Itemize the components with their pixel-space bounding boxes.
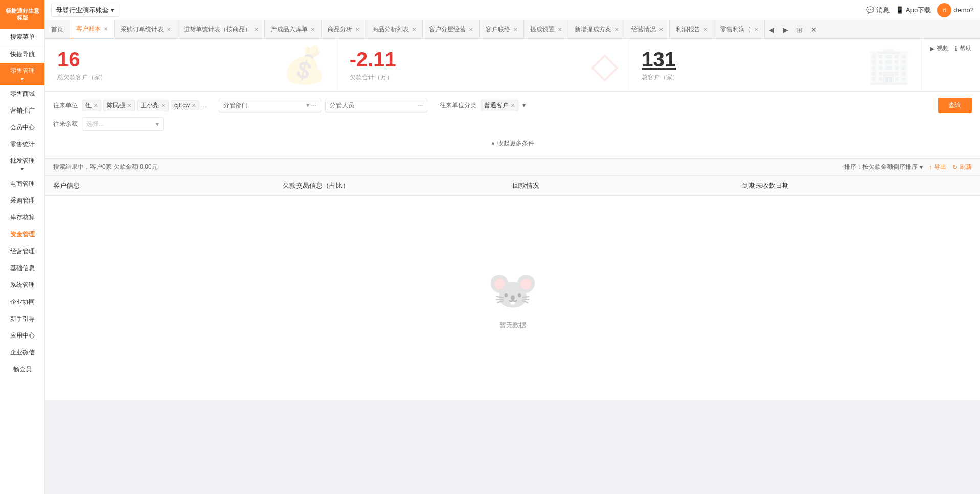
tab-scroll-left[interactable]: ◀: [765, 20, 779, 39]
tab-goods-analysis[interactable]: 商品分析 ✕: [322, 20, 366, 39]
tab-scroll-right[interactable]: ▶: [779, 20, 792, 39]
sidebar-item-quick-nav[interactable]: 快捷导航: [0, 46, 44, 63]
sidebar-item-purchase[interactable]: 采购管理: [0, 192, 44, 209]
tab-customers-close[interactable]: ✕: [104, 26, 108, 32]
tab-customer-contact[interactable]: 客户联络 ✕: [480, 20, 524, 39]
collapse-up-icon: ∧: [491, 140, 495, 147]
sidebar-item-new-user[interactable]: 新手引导: [0, 310, 44, 327]
stat-card-total-customers: 131 总客户（家） 🏢: [629, 39, 922, 91]
collapse-row: ∧ 收起更多条件: [53, 135, 972, 152]
stat-card-owing-amount: -2.11 欠款合计（万） ◇: [337, 39, 630, 91]
refresh-label: 刷新: [960, 163, 972, 171]
tab-business-status-close[interactable]: ✕: [659, 27, 663, 32]
tab-customer-contact-close[interactable]: ✕: [513, 27, 517, 32]
query-button[interactable]: 查询: [938, 98, 972, 113]
sidebar-item-enterprise-collab[interactable]: 企业协同: [0, 294, 44, 310]
messages-button[interactable]: 💬 消息: [866, 6, 890, 15]
refresh-button[interactable]: ↻ 刷新: [952, 163, 972, 171]
account-selector[interactable]: 母婴行业演示账套 ▾: [51, 4, 119, 17]
sidebar-item-ecommerce[interactable]: 电商管理: [0, 175, 44, 192]
filter-tag-3-close[interactable]: ✕: [192, 103, 196, 108]
sidebar-item-operations[interactable]: 经营管理: [0, 243, 44, 260]
sidebar-item-wholesale[interactable]: 批发管理 ▾: [0, 153, 44, 175]
sidebar-item-enterprise-wechat[interactable]: 企业微信: [0, 344, 44, 361]
tab-home[interactable]: 首页: [45, 20, 70, 39]
tab-customer-segment[interactable]: 客户分层经营 ✕: [423, 20, 480, 39]
sidebar-item-retail-mall[interactable]: 零售商城: [0, 85, 44, 102]
sidebar-item-retail-stats[interactable]: 零售统计: [0, 136, 44, 153]
search-results-bar: 搜索结果中，客户0家 欠款金额 0.00元 排序：按欠款金额倒序排序 ▾ ↑ 导…: [45, 159, 980, 176]
export-button[interactable]: ↑ 导出: [929, 163, 946, 171]
user-menu[interactable]: d demo2: [937, 3, 974, 17]
filter-tags-more[interactable]: ...: [201, 102, 207, 109]
tab-goods-analysis-list[interactable]: 商品分析列表 ✕: [366, 20, 423, 39]
sidebar-item-wholesale-label: 批发管理: [10, 156, 35, 165]
filter-tag-1-close[interactable]: ✕: [127, 103, 131, 108]
tab-inbound-stats[interactable]: 进货单统计表（按商品） ✕: [177, 20, 265, 39]
dept-select[interactable]: 分管部门 ▾ ···: [219, 99, 321, 113]
tab-goods-analysis-list-close[interactable]: ✕: [412, 27, 416, 32]
tab-retail-profit-close[interactable]: ✕: [754, 27, 758, 32]
filter-tag-2-close[interactable]: ✕: [161, 103, 165, 108]
sidebar-item-retail[interactable]: 零售管理 ▾: [0, 63, 44, 85]
dept-label: 分管部门: [223, 101, 248, 110]
tab-promotion-settings-close[interactable]: ✕: [558, 27, 562, 32]
sidebar-item-app-center[interactable]: 应用中心: [0, 327, 44, 344]
filter-tag-0: 伍 ✕: [82, 100, 101, 111]
stat-icon-building: 🏢: [867, 44, 911, 86]
sidebar-item-inventory[interactable]: 库存核算: [0, 209, 44, 226]
sidebar-item-member[interactable]: 会员中心: [0, 119, 44, 136]
app-download-button[interactable]: 📱 App下载: [896, 6, 931, 15]
tab-inbound-stats-close[interactable]: ✕: [254, 27, 258, 32]
tab-product-inbound[interactable]: 产成品入库单 ✕: [265, 20, 322, 39]
tab-retail-profit[interactable]: 零售利润（ ✕: [714, 20, 765, 39]
collapse-button[interactable]: ∧ 收起更多条件: [485, 137, 540, 150]
main-content: 母婴行业演示账套 ▾ 💬 消息 📱 App下载 d demo2 首页 客户账本 …: [45, 0, 980, 494]
tab-profit-report[interactable]: 利润报告 ✕: [670, 20, 714, 39]
category-tag-close[interactable]: ✕: [511, 103, 515, 108]
filter-tag-3: cjttcw ✕: [171, 100, 199, 110]
tab-purchase-orders[interactable]: 采购订单统计表 ✕: [115, 20, 177, 39]
tab-business-status[interactable]: 经营情况 ✕: [625, 20, 670, 39]
sidebar-item-finance[interactable]: 资金管理: [0, 226, 44, 243]
tab-promotion-settings[interactable]: 提成设置 ✕: [524, 20, 568, 39]
stat-card2-value: -2.11: [350, 48, 396, 71]
sidebar-item-basic-info[interactable]: 基础信息: [0, 260, 44, 277]
sidebar-item-search[interactable]: 搜索菜单: [0, 29, 44, 46]
collapse-label: 收起更多条件: [497, 139, 534, 148]
tab-new-promotion-plan-close[interactable]: ✕: [614, 27, 619, 32]
remaining-chevron-icon: ▾: [156, 121, 159, 128]
tab-expand-all[interactable]: ⊞: [792, 20, 807, 39]
video-button[interactable]: ▶ 视频: [930, 44, 949, 53]
tab-new-promotion-plan[interactable]: 新增提成方案 ✕: [568, 20, 625, 39]
tab-goods-analysis-close[interactable]: ✕: [355, 27, 359, 32]
tab-home-label: 首页: [51, 25, 63, 34]
sidebar-item-vip-member[interactable]: 畅会员: [0, 361, 44, 378]
help-button[interactable]: ℹ 帮助: [955, 44, 972, 53]
category-select-arrow[interactable]: ▾: [520, 101, 533, 110]
tab-product-inbound-close[interactable]: ✕: [311, 27, 315, 32]
tab-profit-report-close[interactable]: ✕: [703, 27, 708, 32]
sidebar-item-system[interactable]: 系统管理: [0, 277, 44, 294]
category-tag-label: 普通客户: [484, 101, 509, 110]
tab-new-promotion-plan-label: 新增提成方案: [575, 25, 611, 34]
empty-illustration: 🐭: [487, 266, 538, 315]
sort-button[interactable]: 排序：按欠款金额倒序排序 ▾: [844, 163, 923, 171]
filter-tag-1: 陈民强 ✕: [103, 100, 135, 111]
filter-row-1: 往来单位 伍 ✕ 陈民强 ✕ 王小亮 ✕ cjttcw: [53, 98, 972, 113]
tab-promotion-settings-label: 提成设置: [530, 25, 555, 34]
sidebar-item-marketing[interactable]: 营销推广: [0, 102, 44, 119]
filter-tag-0-close[interactable]: ✕: [94, 103, 98, 108]
remaining-select[interactable]: 选择... ▾: [82, 117, 164, 131]
empty-state: 🐭 暂无数据: [487, 236, 538, 361]
tab-goods-analysis-label: 商品分析: [328, 25, 352, 34]
tab-close-all[interactable]: ✕: [807, 20, 821, 39]
person-select[interactable]: 分管人员 ···: [325, 99, 427, 113]
chevron-down-icon-2: ▾: [21, 166, 24, 172]
account-label: 母婴行业演示账套: [56, 6, 109, 15]
tab-customers[interactable]: 客户账本 ✕: [70, 20, 115, 39]
tab-inbound-stats-label: 进货单统计表（按商品）: [184, 25, 251, 34]
tab-customer-segment-close[interactable]: ✕: [469, 27, 473, 32]
table-col-customer-info: 客户信息: [53, 181, 283, 190]
tab-purchase-orders-close[interactable]: ✕: [167, 27, 171, 32]
